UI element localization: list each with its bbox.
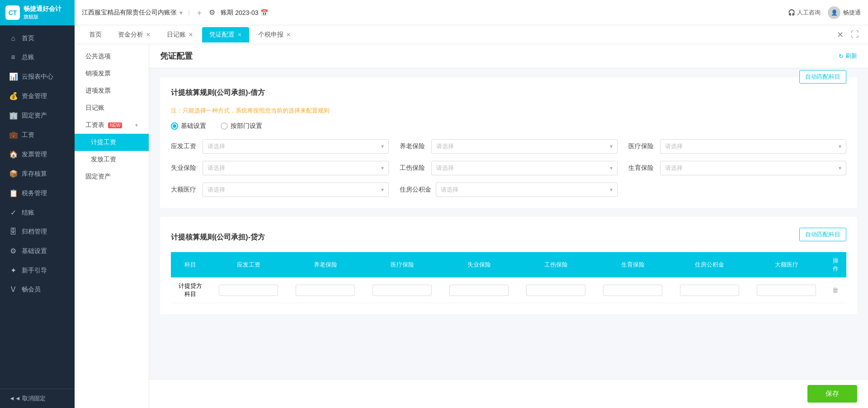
invoice-icon: 🏠 — [9, 150, 17, 159]
input-yiliao[interactable] — [373, 285, 432, 296]
nav-public[interactable]: 公共选项 — [75, 48, 149, 65]
refresh-icon: ↻ — [839, 53, 844, 60]
select-dae[interactable]: 请选择 ▾ — [203, 183, 389, 197]
sidebar-item-invoice[interactable]: 🏠 发票管理 — [0, 145, 75, 164]
period-selector[interactable]: 账期 2023-03 📅 — [221, 9, 268, 17]
tab-voucher-close[interactable]: ✕ — [237, 32, 242, 38]
guide-icon: ✦ — [9, 266, 17, 275]
select-dae-text: 请选择 — [208, 186, 381, 194]
nav-public-label: 公共选项 — [85, 52, 111, 61]
input-shiye[interactable] — [449, 285, 509, 296]
assets-icon: 🏢 — [9, 111, 17, 120]
label-shengyu: 生育保险 — [628, 164, 656, 172]
sidebar-item-tax[interactable]: 📋 税务管理 — [0, 183, 75, 203]
label-zhufang: 住房公积金 — [400, 186, 431, 194]
tab-fund[interactable]: 资金分析 ✕ — [111, 27, 158, 42]
save-button[interactable]: 保存 — [807, 385, 857, 403]
company-selector[interactable]: 江西服宝精品有限责任公司内账张 ▾ — [82, 9, 183, 17]
sidebar-item-home[interactable]: ⌂ 首页 — [0, 29, 75, 48]
refresh-button[interactable]: ↻ 刷新 — [839, 52, 857, 60]
label-yiliao: 医疗保险 — [628, 142, 656, 150]
select-yanglao-arrow: ▾ — [610, 143, 613, 150]
nav-salary-table[interactable]: 工资表 NEW ▾ — [75, 117, 149, 134]
sidebar-item-guide[interactable]: ✦ 新手引导 — [0, 261, 75, 280]
tab-journal-label: 日记账 — [167, 31, 186, 39]
sidebar-item-archive[interactable]: 🗄 归档管理 — [0, 222, 75, 241]
cell-shiye — [441, 277, 518, 303]
radio-basic[interactable]: 基础设置 — [171, 122, 206, 130]
select-gongshang[interactable]: 请选择 ▾ — [431, 161, 618, 175]
col-zhufang: 住房公积金 — [671, 252, 748, 277]
table-row: 计提贷方科目 🗑 — [171, 277, 846, 303]
sidebar-item-ledger[interactable]: ≡ 总账 — [0, 48, 75, 67]
delete-row-button[interactable]: 🗑 — [832, 286, 839, 294]
refresh-label: 刷新 — [845, 52, 857, 60]
sidebar-item-funds[interactable]: 💰 资金管理 — [0, 86, 75, 106]
add-company-button[interactable]: ＋ — [195, 7, 203, 18]
tab-tax[interactable]: 个税申报 ✕ — [251, 27, 298, 42]
input-yingfa[interactable] — [219, 285, 278, 296]
select-zhufang[interactable]: 请选择 ▾ — [436, 183, 618, 197]
tab-home[interactable]: 首页 — [82, 27, 109, 42]
headset-icon: 🎧 — [788, 9, 795, 16]
credit-auto-match-button[interactable]: 自动匹配科目 — [799, 228, 846, 241]
company-name: 江西服宝精品有限责任公司内账张 — [82, 9, 177, 17]
sidebar-item-settings[interactable]: ⚙ 基础设置 — [0, 241, 75, 261]
nav-purchase[interactable]: 进项发票 — [75, 82, 149, 99]
sidebar-item-checkout[interactable]: ✓ 结账 — [0, 203, 75, 222]
tab-journal[interactable]: 日记账 ✕ — [160, 27, 200, 42]
nav-sales[interactable]: 销项发票 — [75, 65, 149, 82]
input-gongshang[interactable] — [526, 285, 585, 296]
salary-icon: 💼 — [9, 131, 17, 139]
cell-yanglao — [287, 277, 364, 303]
sidebar-item-inventory[interactable]: 📦 库存核算 — [0, 164, 75, 183]
input-yanglao[interactable] — [296, 285, 355, 296]
label-yingfa: 应发工资 — [171, 142, 198, 150]
service-button[interactable]: 🎧 人工咨询 — [788, 9, 821, 17]
page-title: 凭证配置 — [160, 51, 193, 61]
input-shengyu[interactable] — [603, 285, 662, 296]
credit-table: 科目 应发工资 养老保险 医疗保险 失业保险 工伤保险 生育保险 住房公积金 大… — [171, 252, 846, 303]
sidebar-item-funds-label: 资金管理 — [22, 92, 47, 100]
select-yingfa[interactable]: 请选择 ▾ — [203, 139, 389, 154]
select-yiliao[interactable]: 请选择 ▾ — [660, 139, 846, 154]
settings-gear-icon[interactable]: ⚙ — [209, 8, 215, 17]
nav-journal[interactable]: 日记账 — [75, 99, 149, 117]
sidebar-item-assets-label: 固定资产 — [22, 112, 47, 120]
inventory-icon: 📦 — [9, 169, 17, 178]
tab-tax-close[interactable]: ✕ — [286, 32, 291, 38]
cell-action: 🗑 — [825, 277, 846, 303]
form-item-yingfa: 应发工资 请选择 ▾ — [171, 139, 389, 154]
cell-yingfa — [210, 277, 287, 303]
nav-pay[interactable]: 发放工资 — [75, 151, 149, 168]
tab-journal-close[interactable]: ✕ — [189, 32, 193, 38]
topbar: 江西服宝精品有限责任公司内账张 ▾ | ＋ ⚙ 账期 2023-03 📅 🎧 人… — [75, 0, 868, 25]
sidebar-item-member[interactable]: V 畅会员 — [0, 280, 75, 299]
debit-auto-match-button[interactable]: 自动匹配科目 — [799, 70, 846, 84]
col-shengyu: 生育保险 — [594, 252, 671, 277]
cell-zhufang — [671, 277, 748, 303]
user-menu[interactable]: 👤 畅捷通 — [828, 6, 861, 19]
close-tab-button[interactable]: ✕ — [835, 28, 845, 42]
tab-voucher[interactable]: 凭证配置 ✕ — [202, 27, 249, 42]
sidebar-item-reports[interactable]: 📊 云报表中心 — [0, 67, 75, 86]
cell-dae — [748, 277, 825, 303]
nav-accrue[interactable]: 计提工资 — [75, 134, 149, 151]
maximize-button[interactable]: ⛶ — [849, 28, 861, 42]
input-zhufang[interactable] — [680, 285, 739, 296]
nav-fixed-assets[interactable]: 固定资产 — [75, 168, 149, 185]
unpin-button[interactable]: ◄◄ 取消固定 — [0, 389, 75, 408]
form-item-yiliao: 医疗保险 请选择 ▾ — [628, 139, 846, 154]
radio-by-dept[interactable]: 按部门设置 — [221, 122, 262, 130]
select-shiye[interactable]: 请选择 ▾ — [203, 161, 389, 175]
input-dae[interactable] — [757, 285, 816, 296]
page-footer: 保存 — [149, 379, 868, 408]
col-action: 操作 — [825, 252, 846, 277]
select-shengyu[interactable]: 请选择 ▾ — [660, 161, 846, 175]
sidebar-item-assets[interactable]: 🏢 固定资产 — [0, 106, 75, 125]
sidebar-item-salary[interactable]: 💼 工资 — [0, 125, 75, 145]
tab-home-label: 首页 — [89, 31, 102, 39]
tab-fund-close[interactable]: ✕ — [146, 32, 151, 38]
row-subject-label: 计提贷方科目 — [171, 277, 210, 303]
select-yanglao[interactable]: 请选择 ▾ — [431, 139, 618, 154]
